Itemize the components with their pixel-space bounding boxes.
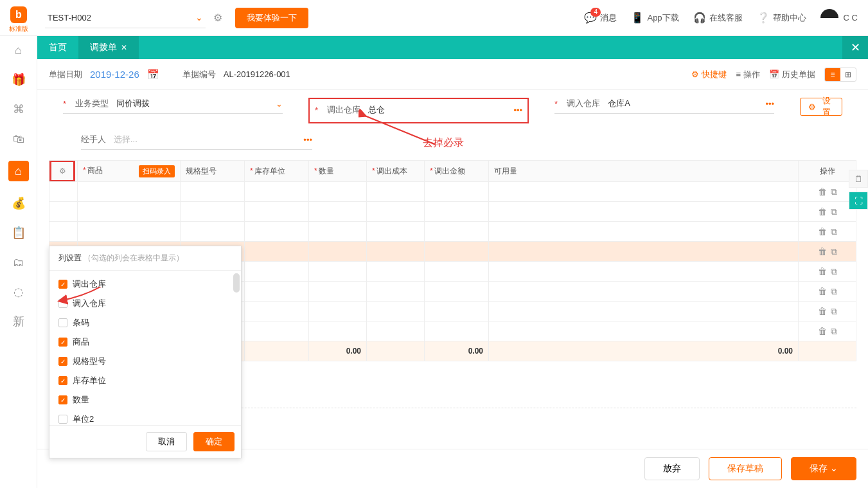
operate-action[interactable]: ≡操作 <box>736 69 760 80</box>
checkbox-icon[interactable]: ✓ <box>58 338 67 347</box>
view-list-icon[interactable]: ≡ <box>825 68 840 81</box>
delete-icon[interactable]: 🗑 <box>818 306 827 316</box>
more-icon[interactable]: ••• <box>765 99 774 109</box>
column-option[interactable]: ✓商品 <box>49 332 241 352</box>
column-settings-gear-icon[interactable]: ⚙ <box>59 167 66 176</box>
delete-icon[interactable]: 🗑 <box>818 286 827 296</box>
messages-link[interactable]: 💬 消息 4 <box>584 12 617 24</box>
column-option[interactable]: ✓数量 <box>49 390 241 410</box>
copy-icon[interactable]: ⧉ <box>831 246 837 257</box>
col-spec[interactable]: 规格型号 <box>181 161 245 182</box>
copy-icon[interactable]: ⧉ <box>831 186 837 197</box>
view-toggle[interactable]: ≡ ⊞ <box>824 68 856 82</box>
rail-money-icon[interactable]: 💰 <box>11 195 26 211</box>
handler-field[interactable]: 经手人 选择... ••• <box>81 134 312 150</box>
column-option[interactable]: ✓库存单位 <box>49 371 241 390</box>
delete-icon[interactable]: 🗑 <box>818 186 827 197</box>
copy-icon[interactable]: ⧉ <box>831 326 837 336</box>
column-option[interactable]: 条码 <box>49 313 241 332</box>
col-qty[interactable]: *数量 <box>309 161 367 182</box>
in-warehouse-field[interactable]: * 调入仓库 仓库A ••• <box>554 98 774 114</box>
popover-hint: （勾选的列会在表格中显示） <box>84 253 184 262</box>
table-row[interactable]: 🗑⧉ <box>49 202 856 222</box>
rail-contacts-icon[interactable]: 🗂 <box>11 255 26 270</box>
copy-icon[interactable]: ⧉ <box>831 206 837 217</box>
column-settings-popover: 列设置 （勾选的列会在表格中显示） ✓调出仓库调入仓库条码✓商品✓规格型号✓库存… <box>49 246 242 458</box>
online-service-link[interactable]: 🎧 在线客服 <box>693 12 743 24</box>
popover-cancel-button[interactable]: 取消 <box>146 432 187 451</box>
shortcut-action[interactable]: ⚙快捷键 <box>691 69 727 80</box>
column-option[interactable]: ✓规格型号 <box>49 352 241 371</box>
settings-button[interactable]: ⚙ 设置 <box>800 98 842 116</box>
rail-new-icon[interactable]: 新 <box>11 314 26 329</box>
copy-icon[interactable]: ⧉ <box>831 226 837 237</box>
biz-type-field[interactable]: * 业务类型 同价调拨 ⌄ <box>63 98 283 114</box>
list-icon: ≡ <box>736 69 741 79</box>
gear-icon[interactable]: ⚙ <box>213 12 222 24</box>
close-all-tabs-icon[interactable]: ✕ <box>842 36 868 59</box>
view-grid-icon[interactable]: ⊞ <box>840 68 856 81</box>
checkbox-icon[interactable]: ✓ <box>58 376 67 385</box>
experience-button[interactable]: 我要体验一下 <box>235 8 308 28</box>
popover-title: 列设置 <box>58 253 82 262</box>
chevron-down-icon[interactable]: ⌄ <box>276 99 283 109</box>
user-avatar[interactable] <box>820 9 838 27</box>
close-icon[interactable]: ✕ <box>121 43 127 52</box>
delete-icon[interactable]: 🗑 <box>818 266 827 276</box>
delete-icon[interactable]: 🗑 <box>818 246 827 257</box>
help-center-link[interactable]: ❔ 帮助中心 <box>757 12 806 24</box>
col-product[interactable]: *商品扫码录入 <box>78 161 181 182</box>
messages-label: 消息 <box>600 12 617 24</box>
username-label: C C <box>844 13 858 23</box>
side-expand-icon[interactable]: ⛶ <box>849 192 868 210</box>
rail-more-icon[interactable]: ◌ <box>11 284 26 300</box>
copy-icon[interactable]: ⧉ <box>831 286 837 296</box>
rail-gift-icon[interactable]: 🎁 <box>11 72 26 87</box>
rail-warehouse-icon[interactable]: ⌂ <box>8 161 29 181</box>
calendar-icon[interactable]: 📅 <box>147 69 159 80</box>
calendar-icon: 📅 <box>769 69 779 79</box>
checkbox-icon[interactable]: ✓ <box>58 280 67 289</box>
tab-transfer-order[interactable]: 调拨单 ✕ <box>78 36 139 59</box>
col-out-amount[interactable]: *调出金额 <box>425 161 489 182</box>
save-draft-button[interactable]: 保存草稿 <box>709 457 782 480</box>
history-action[interactable]: 📅历史单据 <box>769 69 815 80</box>
checkbox-icon[interactable]: ✓ <box>58 357 67 366</box>
chevron-down-icon: ⌄ <box>195 12 203 23</box>
app-download-link[interactable]: 📱 App下载 <box>631 12 678 24</box>
delete-icon[interactable]: 🗑 <box>818 226 827 237</box>
rail-clipboard-icon[interactable]: 📋 <box>11 225 26 240</box>
table-row[interactable]: 🗑⧉ <box>49 182 856 202</box>
doc-date-value[interactable]: 2019-12-26 <box>90 69 139 80</box>
discard-button[interactable]: 放弃 <box>644 457 700 480</box>
checkbox-icon[interactable] <box>58 299 67 308</box>
col-unit[interactable]: *库存单位 <box>245 161 309 182</box>
out-warehouse-field[interactable]: * 调出仓库 总仓 ••• <box>308 98 529 123</box>
popover-confirm-button[interactable]: 确定 <box>193 432 235 451</box>
tab-home[interactable]: 首页 <box>37 36 78 59</box>
more-icon[interactable]: ••• <box>303 135 312 145</box>
more-icon[interactable]: ••• <box>513 105 522 115</box>
column-option[interactable]: 调入仓库 <box>49 294 241 313</box>
checkbox-icon[interactable] <box>58 415 67 424</box>
gear-icon: ⚙ <box>691 69 699 79</box>
delete-icon[interactable]: 🗑 <box>818 206 827 217</box>
column-option[interactable]: 单位2 <box>49 410 241 425</box>
checkbox-icon[interactable]: ✓ <box>58 395 67 404</box>
checkbox-icon[interactable] <box>58 318 67 327</box>
rail-tag-icon[interactable]: ⌘ <box>11 102 26 117</box>
side-notes-icon[interactable]: 🗒 <box>849 170 868 188</box>
save-button[interactable]: 保存 ⌄ <box>791 457 856 480</box>
scrollbar-thumb[interactable] <box>233 273 240 293</box>
rail-home-icon[interactable]: ⌂ <box>11 42 26 58</box>
org-selector[interactable]: TEST-H002 ⌄ <box>45 8 206 28</box>
copy-icon[interactable]: ⧉ <box>831 266 837 276</box>
delete-icon[interactable]: 🗑 <box>818 326 827 336</box>
col-available[interactable]: 可用量 <box>489 161 799 182</box>
table-row[interactable]: 🗑⧉ <box>49 222 856 242</box>
column-option[interactable]: ✓调出仓库 <box>49 275 241 294</box>
col-out-cost[interactable]: *调出成本 <box>367 161 425 182</box>
rail-bag-icon[interactable]: 🛍 <box>11 131 26 147</box>
scan-input-tag[interactable]: 扫码录入 <box>139 165 175 177</box>
copy-icon[interactable]: ⧉ <box>831 306 837 316</box>
